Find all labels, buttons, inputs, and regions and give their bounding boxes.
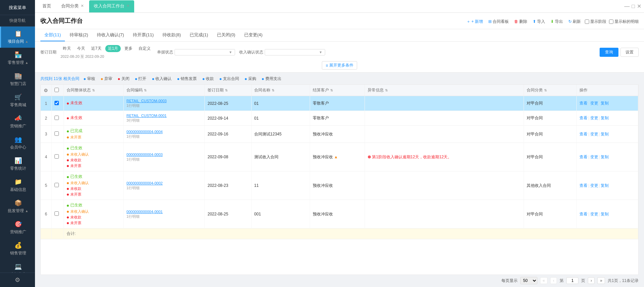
td-checkbox-4[interactable] xyxy=(51,143,64,171)
date-btn-last7days[interactable]: 近7天 xyxy=(89,45,104,52)
filter-tab-pending_payment[interactable]: 待收款(8) xyxy=(158,29,185,41)
prev-page-button[interactable]: ‹ xyxy=(550,277,557,284)
table-settings-icon[interactable]: ⚙ xyxy=(44,88,48,93)
sort-customer-icon[interactable]: ⇅ xyxy=(330,88,333,92)
sidebar-item-smart_store[interactable]: 🏬 智慧门店 xyxy=(0,69,35,90)
page-size-select[interactable]: 102050100 xyxy=(520,277,537,284)
next-page-button[interactable]: › xyxy=(588,277,595,284)
sidebar-item-xiaoyang[interactable]: 💻 小畅电商 xyxy=(0,259,35,273)
select-all-checkbox[interactable] xyxy=(54,88,59,92)
action-btn-payment[interactable]: ● 收款 xyxy=(201,75,215,82)
maximize-icon[interactable]: □ xyxy=(632,3,635,9)
td-checkbox-1[interactable] xyxy=(51,96,64,111)
action-btn-purchase[interactable]: ● 采购 xyxy=(243,75,258,82)
sort-date-icon[interactable]: ⇅ xyxy=(225,88,228,92)
date-btn-yesterday[interactable]: 昨天 xyxy=(61,45,73,52)
filter-tab-completed[interactable]: 已完成(1) xyxy=(186,29,212,41)
code-link-6[interactable]: 0000000000004-0001 xyxy=(126,210,163,214)
tab-contract_cat[interactable]: 合同分类 ✕ xyxy=(56,0,88,12)
code-link-5[interactable]: 0000000000004-0002 xyxy=(126,181,163,185)
op-复制-4[interactable]: 复制 xyxy=(601,155,609,159)
table-row[interactable]: 6 ● 已生效 ● 未收入确认 ● 未收款 ● 未开票 000000000000… xyxy=(41,200,638,229)
code-link-3[interactable]: 0000000000004-0004 xyxy=(126,130,163,134)
op-复制-2[interactable]: 复制 xyxy=(601,116,609,120)
op-复制-1[interactable]: 复制 xyxy=(601,101,609,106)
filter-tab-pending_invoice[interactable]: 待开票(11) xyxy=(129,29,158,41)
sidebar-item-marketing[interactable]: 📣 营销推广 xyxy=(0,111,35,132)
last-page-button[interactable]: » xyxy=(597,277,605,284)
op-变更-5[interactable]: 变更 xyxy=(590,183,598,188)
date-btn-last1month[interactable]: 近1月 xyxy=(105,45,121,52)
sidebar-item-retail_stats[interactable]: 📊 零售统计 xyxy=(0,154,35,175)
show-segment-checkbox[interactable]: 显示阶段 xyxy=(585,19,606,25)
action-btn-out_contract[interactable]: ● 支出合同 xyxy=(218,75,240,82)
setting-button[interactable]: 设置 xyxy=(620,48,639,57)
sidebar-item-retail_mgmt[interactable]: 🏪 零售管理 ▲ xyxy=(0,48,35,69)
gear-icon[interactable]: ⚙ xyxy=(15,276,20,284)
row-checkbox-5[interactable] xyxy=(54,183,59,187)
sidebar-item-retail_mall[interactable]: 🛒 零售商城 xyxy=(0,90,35,111)
page-number-input[interactable] xyxy=(566,277,578,284)
delete-button[interactable]: 🗑 删除 xyxy=(513,18,529,25)
sidebar-search[interactable]: 搜索菜单 xyxy=(0,0,35,15)
table-row[interactable]: 2 ● 未生效 RETAIL_CUSTOM-0001 3行明细 2022-09-… xyxy=(41,111,638,126)
sort-status-icon[interactable]: ⇅ xyxy=(92,88,95,92)
tab-close-income_workbench[interactable]: ✕ xyxy=(126,4,129,8)
sidebar-item-member[interactable]: 👥 会员中心 xyxy=(0,132,35,154)
td-checkbox-6[interactable] xyxy=(51,200,64,229)
income-confirm-select[interactable]: ▼ xyxy=(265,49,325,55)
op-查看-3[interactable]: 查看 xyxy=(579,132,588,136)
first-page-button[interactable]: « xyxy=(540,277,548,284)
sort-category-icon[interactable]: ⇅ xyxy=(544,88,547,92)
code-link-1[interactable]: RETAIL_CUSTOM-0003 xyxy=(126,99,166,103)
filter-tab-all[interactable]: 全部(11) xyxy=(40,29,65,41)
td-checkbox-5[interactable] xyxy=(51,171,64,200)
table-row[interactable]: 3 ● 已完成 ● 未开票 0000000000004-0004 1行明细 20… xyxy=(41,126,638,143)
op-查看-6[interactable]: 查看 xyxy=(579,212,588,216)
action-btn-print[interactable]: ● 打开 xyxy=(134,75,148,82)
code-link-2[interactable]: RETAIL_CUSTOM-0001 xyxy=(126,114,166,118)
op-变更-4[interactable]: 变更 xyxy=(590,155,598,159)
close-window-icon[interactable]: ✕ xyxy=(637,3,641,9)
sort-error-icon[interactable]: ⇅ xyxy=(385,88,388,92)
row-checkbox-3[interactable] xyxy=(54,131,59,136)
table-row[interactable]: 4 ● 已生效 ● 未收入确认 ● 未收款 ● 未开票 000000000000… xyxy=(41,143,638,171)
date-btn-today[interactable]: 今天 xyxy=(75,45,87,52)
table-row[interactable]: 5 ● 已生效 ● 未收入确认 ● 未收款 ● 未开票 000000000000… xyxy=(41,171,638,200)
sort-code-icon[interactable]: ⇅ xyxy=(144,88,147,92)
sidebar-item-base_info[interactable]: 📁 基础信息 xyxy=(0,175,35,196)
tab-close-contract_cat[interactable]: ✕ xyxy=(81,4,84,8)
action-btn-expense_out[interactable]: ● 费用支出 xyxy=(260,75,283,82)
code-link-4[interactable]: 0000000000004-0003 xyxy=(126,153,163,157)
sidebar-item-marketing2[interactable]: 🎯 营销推广 xyxy=(0,217,35,238)
sort-name-icon[interactable]: ⇅ xyxy=(272,88,274,92)
sidebar-item-sales_mgmt[interactable]: 💰 销售管理 xyxy=(0,238,35,259)
query-button[interactable]: 查询 xyxy=(600,48,618,57)
op-查看-4[interactable]: 查看 xyxy=(579,155,588,159)
doc-status-select[interactable]: ▼ xyxy=(175,49,235,55)
contract-board-button[interactable]: ⊞ 合同看板 xyxy=(487,18,510,25)
row-checkbox-6[interactable] xyxy=(54,211,59,216)
op-查看-5[interactable]: 查看 xyxy=(579,183,588,188)
op-复制-5[interactable]: 复制 xyxy=(601,183,609,188)
filter-tab-pending_income_confirm[interactable]: 待收入确认(7) xyxy=(93,29,128,41)
op-复制-6[interactable]: 复制 xyxy=(601,212,609,216)
action-btn-abandon[interactable]: ● 弃审 xyxy=(99,75,114,82)
td-checkbox-2[interactable] xyxy=(51,111,64,126)
op-变更-1[interactable]: 变更 xyxy=(590,101,598,106)
show-marked-checkbox[interactable]: 显示标的明细 xyxy=(609,19,639,25)
tab-home[interactable]: 首页 xyxy=(38,0,56,12)
row-checkbox-1[interactable] xyxy=(54,101,59,105)
filter-tab-pending_review[interactable]: 待审核(2) xyxy=(66,29,92,41)
op-查看-1[interactable]: 查看 xyxy=(579,101,588,106)
expand-conditions-button[interactable]: ≡ 展开更多条件 xyxy=(322,61,357,70)
filter-tab-changed[interactable]: 已变更(4) xyxy=(240,29,267,41)
sidebar-item-project[interactable]: 📋 项目合同 ▲ xyxy=(0,27,35,48)
minimize-icon[interactable]: — xyxy=(624,3,630,9)
row-checkbox-2[interactable] xyxy=(54,116,59,120)
import-button[interactable]: ⬆ 导入 xyxy=(531,18,546,25)
date-btn-custom[interactable]: 自定义 xyxy=(136,45,153,52)
row-checkbox-4[interactable] xyxy=(54,154,59,159)
op-复制-3[interactable]: 复制 xyxy=(601,132,609,136)
tab-income_workbench[interactable]: 收入合同工作台 ✕ xyxy=(89,0,134,12)
